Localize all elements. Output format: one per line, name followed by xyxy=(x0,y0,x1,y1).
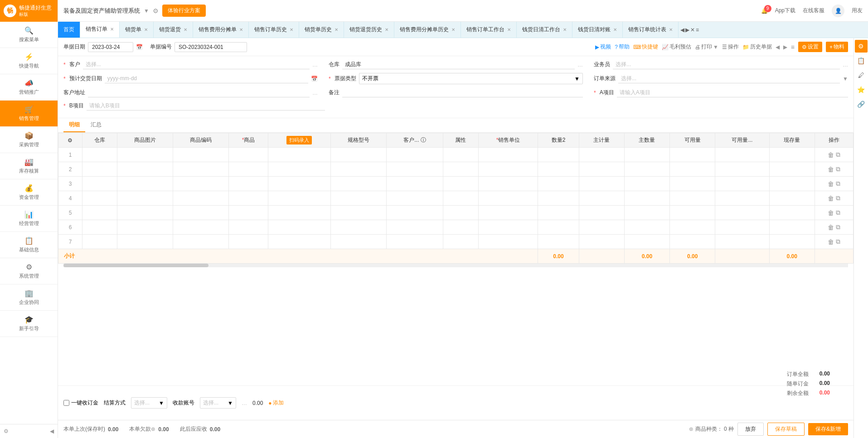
tab-home[interactable]: 首页 xyxy=(58,22,80,38)
right-btn-link[interactable]: 🔗 xyxy=(855,98,868,111)
solution-btn[interactable]: 体验行业方案 xyxy=(162,5,206,17)
tab-close-sales-order[interactable]: ✕ xyxy=(110,27,114,32)
tab-detail[interactable]: 明细 xyxy=(63,118,85,132)
tab-close-return-history[interactable]: ✕ xyxy=(335,27,338,32)
th-product-name[interactable]: *商品 xyxy=(229,133,268,148)
invoice-select[interactable]: 不开票 ▼ xyxy=(359,73,583,84)
print-link[interactable]: 🖨 打印 ▼ xyxy=(695,43,718,51)
sidebar-item-guide[interactable]: 🎓 新手引导 xyxy=(0,311,58,337)
add-item-btn[interactable]: + 物料 xyxy=(826,42,848,52)
tab-close-credit-clearance[interactable]: ✕ xyxy=(563,27,567,32)
save-draft-btn[interactable]: 保存草稿 xyxy=(767,423,805,436)
row-delete-icon[interactable]: 🗑 xyxy=(828,224,834,231)
view-link[interactable]: ▶ 视频 xyxy=(595,43,611,51)
tab-close-expense-split[interactable]: ✕ xyxy=(239,27,243,32)
tab-close-refund-history[interactable]: ✕ xyxy=(385,27,388,32)
one-click-checkout-input[interactable] xyxy=(63,400,69,406)
discard-btn[interactable]: 放弃 xyxy=(737,423,764,436)
row-delete-icon[interactable]: 🗑 xyxy=(828,151,834,159)
sidebar-item-sales[interactable]: 🛒 销售管理 xyxy=(0,101,58,127)
warehouse-more-icon[interactable]: … xyxy=(577,62,583,68)
row-copy-icon[interactable]: ⧉ xyxy=(836,194,840,202)
sidebar-item-finance[interactable]: 💰 资金管理 xyxy=(0,179,58,206)
project-b-input[interactable] xyxy=(87,101,325,111)
history-link[interactable]: 📁 历史单据 xyxy=(742,43,772,51)
staff-input[interactable] xyxy=(613,60,840,69)
th-settings[interactable]: ⚙ xyxy=(58,133,82,148)
tab-prev-icon[interactable]: ◀ xyxy=(680,27,684,33)
add-btn[interactable]: ● 添加 xyxy=(268,399,283,407)
th-customer-code[interactable]: 客户... ⓘ xyxy=(386,133,443,148)
shortcut-link[interactable]: ⌨ 快捷键 xyxy=(633,43,658,51)
order-no-input[interactable] xyxy=(175,42,247,52)
notification-icon[interactable]: 🔔9 xyxy=(761,8,768,14)
row-copy-icon[interactable]: ⧉ xyxy=(836,180,840,188)
app-download-link[interactable]: App下载 xyxy=(775,7,795,14)
row-copy-icon[interactable]: ⧉ xyxy=(836,238,840,245)
tab-sales-refund[interactable]: 销货退货 ✕ xyxy=(154,22,193,38)
delivery-calendar-icon[interactable]: 📅 xyxy=(311,76,318,82)
th-scan[interactable]: 扫码录入 xyxy=(268,133,330,148)
tab-sales-return[interactable]: 销货单 ✕ xyxy=(120,22,154,38)
customer-input[interactable] xyxy=(83,60,310,69)
th-product-image[interactable]: 商品图片 xyxy=(117,133,173,148)
scan-btn[interactable]: 扫码录入 xyxy=(286,136,312,144)
th-spec[interactable]: 规格型号 xyxy=(330,133,386,148)
tab-summary[interactable]: 汇总 xyxy=(85,118,107,132)
th-sales-unit[interactable]: *销售单位 xyxy=(478,133,538,148)
tab-close-all-icon[interactable]: ✕ xyxy=(690,27,695,33)
tab-close-credit-ledger[interactable]: ✕ xyxy=(613,27,617,32)
sidebar-item-basic[interactable]: 📋 基础信息 xyxy=(0,232,58,258)
row-delete-icon[interactable]: 🗑 xyxy=(828,238,834,245)
right-btn-edit[interactable]: 🖊 xyxy=(855,69,868,82)
pagination-prev[interactable]: ◀ xyxy=(776,44,780,50)
tab-return-history[interactable]: 销货单历史 ✕ xyxy=(299,22,344,38)
staff-more-icon[interactable]: … xyxy=(843,62,848,68)
right-btn-settings[interactable]: ⚙ xyxy=(855,40,868,53)
remark-input[interactable] xyxy=(342,88,583,97)
calendar-icon[interactable]: 📅 xyxy=(136,44,143,50)
order-source-input[interactable] xyxy=(618,74,840,83)
print-dropdown[interactable]: ▼ xyxy=(713,44,718,50)
address-more-icon[interactable]: … xyxy=(312,90,318,96)
settings-btn[interactable]: ⚙ 设置 xyxy=(798,42,822,52)
sidebar-collapse-icon[interactable]: ◀ xyxy=(50,428,54,434)
sidebar-item-marketing[interactable]: 📣 营销推广 xyxy=(0,74,58,101)
tab-order-history[interactable]: 销售订单历史 ✕ xyxy=(249,22,299,38)
order-source-dropdown-icon[interactable]: ▼ xyxy=(843,76,848,82)
tab-close-order-history[interactable]: ✕ xyxy=(290,27,293,32)
th-product-code[interactable]: 商品编码 xyxy=(173,133,229,148)
tab-refund-history[interactable]: 销货退货历史 ✕ xyxy=(344,22,394,38)
tab-menu-icon[interactable]: ≡ xyxy=(696,27,699,33)
th-main-unit[interactable]: 主计量 xyxy=(579,133,624,148)
project-a-input[interactable] xyxy=(617,88,848,97)
row-delete-icon[interactable]: 🗑 xyxy=(828,180,834,188)
account-more-icon[interactable]: … xyxy=(242,400,247,406)
th-available[interactable]: 可用量 xyxy=(670,133,715,148)
tab-next-icon[interactable]: ▶ xyxy=(685,27,689,33)
profit-link[interactable]: 📈 毛利预估 xyxy=(662,43,691,51)
th-qty2[interactable]: 数量2 xyxy=(538,133,579,148)
tab-close-sales-return[interactable]: ✕ xyxy=(144,27,148,32)
tab-sales-order[interactable]: 销售订单 ✕ xyxy=(80,22,120,38)
tab-close-sales-stats[interactable]: ✕ xyxy=(669,27,673,32)
tab-close-order-workbench[interactable]: ✕ xyxy=(507,27,511,32)
ops-link[interactable]: ☰ 操作 xyxy=(722,43,739,51)
row-delete-icon[interactable]: 🗑 xyxy=(828,209,834,217)
table-scrollbar-thumb[interactable] xyxy=(63,264,209,267)
row-delete-icon[interactable]: 🗑 xyxy=(828,195,834,202)
th-attributes[interactable]: 属性 xyxy=(443,133,479,148)
dropdown-icon[interactable]: ▼ xyxy=(144,8,149,14)
sidebar-item-quick-nav[interactable]: ⚡ 快捷导航 xyxy=(0,48,58,74)
row-copy-icon[interactable]: ⧉ xyxy=(836,209,840,217)
date-input[interactable] xyxy=(88,42,133,52)
online-service-link[interactable]: 在线客服 xyxy=(803,7,824,14)
row-delete-icon[interactable]: 🗑 xyxy=(828,166,834,173)
sidebar-item-system[interactable]: ⚙ 系统管理 xyxy=(0,258,58,284)
th-main-qty[interactable]: 主数量 xyxy=(624,133,669,148)
sidebar-item-search[interactable]: 🔍 搜索菜单 xyxy=(0,22,58,48)
sidebar-item-enterprise[interactable]: 🏢 企业协同 xyxy=(0,284,58,311)
sidebar-item-inventory[interactable]: 🏭 库存核算 xyxy=(0,153,58,179)
user-name[interactable]: 用友 xyxy=(852,7,863,14)
settings-icon[interactable]: ⚙ xyxy=(153,7,159,14)
